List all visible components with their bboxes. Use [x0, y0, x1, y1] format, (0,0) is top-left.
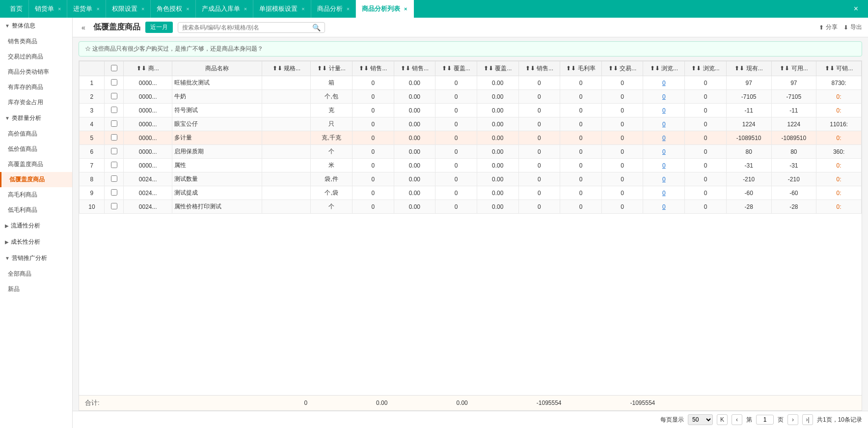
col-header-num — [80, 61, 105, 76]
tab-sales[interactable]: 销货单 × — [29, 0, 67, 18]
cell-browse2: 0 — [685, 90, 727, 104]
tab-product-entry[interactable]: 产成品入库单 × — [196, 0, 253, 18]
search-input[interactable] — [182, 24, 312, 31]
tab-perms-close[interactable]: × — [141, 6, 144, 12]
cell-cur: 80 — [726, 145, 771, 159]
cell-sales2: 0.00 — [394, 172, 435, 186]
row-checkbox[interactable] — [111, 134, 117, 141]
sidebar-item-high-coverage[interactable]: 高覆盖度商品 — [0, 157, 72, 172]
cell-tx: 0 — [601, 76, 643, 90]
col-header-browse1[interactable]: ⬆⬇ 浏览... — [643, 61, 685, 76]
cell-browse2: 0 — [685, 117, 727, 131]
search-icon[interactable]: 🔍 — [312, 24, 321, 31]
row-checkbox[interactable] — [111, 107, 117, 113]
sidebar-item-high-value[interactable]: 高价值商品 — [0, 126, 72, 142]
cell-gross: 0 — [560, 104, 602, 117]
sidebar-item-low-coverage[interactable]: 低覆盖度商品 — [0, 172, 72, 187]
sidebar-item-category-rate[interactable]: 商品分类动销率 — [0, 64, 72, 80]
sort-icon-spec: ⬆⬇ — [272, 65, 282, 72]
header-actions: ⬆ 分享 ⬇ 导出 — [819, 23, 862, 31]
col-header-sales1[interactable]: ⬆⬇ 销售... — [352, 61, 394, 76]
data-table-wrapper[interactable]: ⬆⬇ 商... 商品名称 ⬆⬇ 规格... ⬆⬇ 计量... ⬆⬇ 销售... … — [79, 60, 862, 396]
col-header-gross[interactable]: ⬆⬇ 毛利率 — [560, 61, 602, 76]
sidebar-item-stock-capital[interactable]: 库存资金占用 — [0, 95, 72, 110]
col-header-browse2[interactable]: ⬆⬇ 浏览... — [685, 61, 727, 76]
sidebar-section-circulation[interactable]: ▶ 流通性分析 — [0, 218, 72, 234]
col-header-sales3[interactable]: ⬆⬇ 销售... — [518, 61, 560, 76]
sidebar-item-traded-goods[interactable]: 交易过的商品 — [0, 49, 72, 64]
sidebar-item-sales-goods[interactable]: 销售类商品 — [0, 34, 72, 49]
tab-template-close[interactable]: × — [301, 6, 304, 12]
sidebar-item-new-goods[interactable]: 新品 — [0, 282, 72, 297]
tab-sales-close[interactable]: × — [58, 6, 61, 12]
first-page-button[interactable]: K — [717, 414, 728, 425]
col-header-cov2[interactable]: ⬆⬇ 覆盖... — [477, 61, 518, 76]
tab-goods-analysis[interactable]: 商品分析 × — [311, 0, 356, 18]
tab-template[interactable]: 单据模板设置 × — [253, 0, 311, 18]
cell-avail: -1089510 — [771, 131, 816, 145]
tab-roles[interactable]: 角色授权 × — [151, 0, 195, 18]
tab-purchase-close[interactable]: × — [96, 6, 99, 12]
cell-sellable: 0: — [816, 131, 862, 145]
row-checkbox[interactable] — [111, 203, 117, 209]
sidebar-item-stocked-goods[interactable]: 有库存的商品 — [0, 80, 72, 95]
sidebar-section-group[interactable]: ▼ 类群量分析 — [0, 110, 72, 126]
col-header-unit[interactable]: ⬆⬇ 计量... — [311, 61, 353, 76]
row-checkbox[interactable] — [111, 162, 117, 168]
sidebar-section-growth[interactable]: ▶ 成长性分析 — [0, 234, 72, 250]
cell-sellable: 11016: — [816, 117, 862, 131]
window-close-button[interactable]: × — [848, 4, 864, 13]
tab-product-entry-label: 产成品入库单 — [202, 4, 240, 13]
sidebar-section-overall[interactable]: ▼ 整体信息 — [0, 18, 72, 34]
col-header-tx[interactable]: ⬆⬇ 交易... — [601, 61, 643, 76]
prev-page-button[interactable]: ‹ — [732, 414, 742, 425]
page-input[interactable] — [756, 415, 774, 425]
col-header-check[interactable] — [104, 61, 124, 76]
next-page-button[interactable]: › — [787, 414, 798, 425]
tab-home[interactable]: 首页 — [4, 0, 29, 18]
cell-avail: -7105 — [771, 90, 816, 104]
cell-cov1: 0 — [435, 131, 477, 145]
cell-code: 0000... — [124, 90, 172, 104]
col-header-cur[interactable]: ⬆⬇ 现有... — [726, 61, 771, 76]
share-button[interactable]: ⬆ 分享 — [819, 23, 838, 31]
sidebar-section-marketing[interactable]: ▼ 营销推广分析 — [0, 250, 72, 266]
col-header-code[interactable]: ⬆⬇ 商... — [124, 61, 172, 76]
sidebar-item-all-goods[interactable]: 全部商品 — [0, 266, 72, 282]
col-header-avail[interactable]: ⬆⬇ 可用... — [771, 61, 816, 76]
cell-name: 测试提成 — [172, 186, 262, 200]
sidebar-collapse-button[interactable]: « — [79, 23, 88, 32]
last-page-button[interactable]: ›| — [802, 414, 813, 425]
tab-roles-close[interactable]: × — [186, 6, 189, 12]
tab-goods-analysis-list[interactable]: 商品分析列表 × — [356, 0, 413, 18]
cell-tx: 0 — [601, 131, 643, 145]
row-checkbox[interactable] — [111, 189, 117, 196]
sort-icon-cov2: ⬆⬇ — [484, 65, 493, 72]
tab-perms[interactable]: 权限设置 × — [106, 0, 151, 18]
sidebar-item-low-margin[interactable]: 低毛利商品 — [0, 202, 72, 218]
tab-goods-analysis-list-close[interactable]: × — [404, 6, 407, 12]
tab-goods-analysis-close[interactable]: × — [347, 6, 350, 12]
sidebar-item-low-value[interactable]: 低价值商品 — [0, 142, 72, 157]
row-checkbox[interactable] — [111, 148, 117, 154]
tab-purchase[interactable]: 进货单 × — [67, 0, 106, 18]
select-all-checkbox[interactable] — [111, 65, 117, 71]
tab-product-entry-close[interactable]: × — [244, 6, 247, 12]
table-row: 30000...符号测试克00.0000.0000000-11-110: — [80, 104, 862, 117]
row-checkbox[interactable] — [111, 175, 117, 182]
row-checkbox[interactable] — [111, 93, 117, 99]
col-header-spec[interactable]: ⬆⬇ 规格... — [262, 61, 311, 76]
col-header-sellable[interactable]: ⬆⬇ 可销... — [816, 61, 862, 76]
sidebar-item-high-margin[interactable]: 高毛利商品 — [0, 187, 72, 202]
per-page-select[interactable]: 20 50 100 — [688, 414, 713, 425]
time-filter-button[interactable]: 近一月 — [145, 22, 173, 33]
col-header-name[interactable]: 商品名称 — [172, 61, 262, 76]
cell-tx: 0 — [601, 172, 643, 186]
export-button[interactable]: ⬇ 导出 — [843, 23, 862, 31]
row-checkbox[interactable] — [111, 120, 117, 127]
col-header-sales2[interactable]: ⬆⬇ 销售... — [394, 61, 435, 76]
cell-sales2: 0.00 — [394, 117, 435, 131]
cell-browse2: 0 — [685, 172, 727, 186]
col-header-cov1[interactable]: ⬆⬇ 覆盖... — [435, 61, 477, 76]
row-checkbox[interactable] — [111, 79, 117, 86]
